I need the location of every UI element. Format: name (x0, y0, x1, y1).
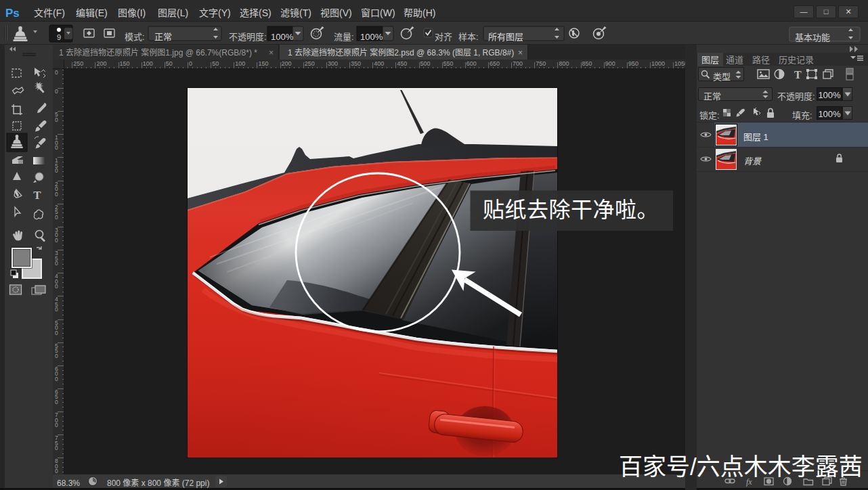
svg-text:9: 9 (57, 33, 61, 41)
svg-text:贴纸去除干净啦。: 贴纸去除干净啦。 (483, 192, 659, 223)
svg-text:T: T (33, 189, 41, 202)
svg-text:T: T (794, 69, 802, 81)
